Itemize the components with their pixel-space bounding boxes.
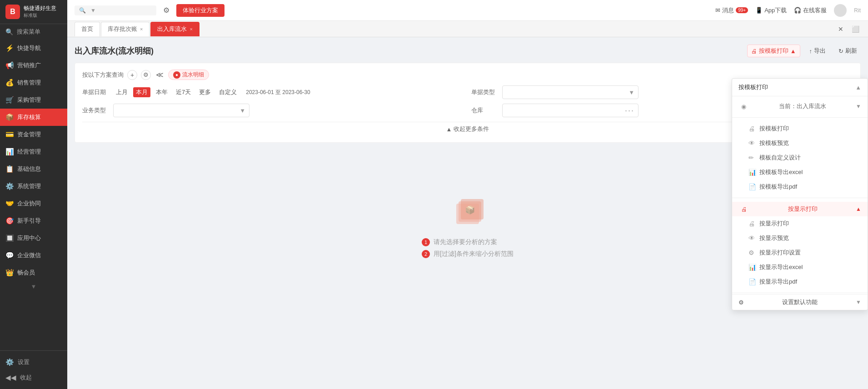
sidebar-collapse-btn[interactable]: ◀◀ 收起 xyxy=(0,370,67,385)
step1-icon: 1 xyxy=(422,238,430,246)
page-title: 出入库流水(流水明细) xyxy=(75,45,154,56)
filter-business-select[interactable]: ▼ xyxy=(113,104,249,117)
dropdown-template-preview-label: 按模板预览 xyxy=(759,139,789,147)
dropdown-display-export-excel-label: 按显示导出excel xyxy=(759,263,803,271)
sidebar-logo: B 畅捷通好生意 标准版 xyxy=(0,0,67,24)
app-download-label: App下载 xyxy=(764,6,787,15)
date-shortcut-7days[interactable]: 近7天 xyxy=(173,87,194,97)
enterprise-icon: 🤝 xyxy=(5,199,14,208)
sidebar-item-system[interactable]: ⚙️ 系统管理 xyxy=(0,178,67,195)
dropdown-template-print-btn[interactable]: 🖨 按模板打印 xyxy=(732,121,868,136)
date-shortcut-custom[interactable]: 自定义 xyxy=(216,87,239,97)
dropdown-template-custom-label: 模板自定义设计 xyxy=(759,154,801,162)
system-icon: ⚙️ xyxy=(5,182,14,190)
sidebar-item-search[interactable]: 🔍 搜索菜单 xyxy=(0,24,67,40)
print-btn[interactable]: 🖨 按模板打印 ▲ xyxy=(747,45,800,57)
settings-icon: ⚙️ xyxy=(5,358,14,366)
filter-warehouse-select[interactable]: ··· xyxy=(502,104,639,117)
win-maximize-btn[interactable]: ⬜ xyxy=(850,24,861,35)
sidebar-settings-btn[interactable]: ⚙️ 设置 xyxy=(0,354,67,370)
customer-service-btn[interactable]: 🎧 在线客服 xyxy=(794,6,827,15)
sidebar-item-operations[interactable]: 📊 经营管理 xyxy=(0,143,67,160)
tab-inventory-batch-close[interactable]: × xyxy=(140,26,143,32)
operations-icon: 📊 xyxy=(5,148,14,156)
date-shortcut-this-month[interactable]: 本月 xyxy=(133,87,150,97)
sidebar-search-label: 搜索菜单 xyxy=(17,28,40,36)
sidebar-item-marketing[interactable]: 📢 营销推广 xyxy=(0,57,67,74)
dropdown-display-export-excel-btn[interactable]: 📊 按显示导出excel xyxy=(732,260,868,274)
dropdown-display-arrow: ▲ xyxy=(856,206,861,212)
app-download-btn[interactable]: 📱 App下载 xyxy=(755,6,787,15)
top-header: 🔍 ▼ ⚙ 体验行业方案 ✉ 消息 99+ 📱 App下载 🎧 在线客服 Rit xyxy=(67,0,868,21)
filter-business-field: 业务类型 ▼ xyxy=(82,104,464,117)
dropdown-footer-arrow: ▼ xyxy=(856,299,861,305)
sidebar-item-quick-nav[interactable]: ⚡ 快捷导航 xyxy=(0,40,67,57)
date-shortcut-this-year[interactable]: 本年 xyxy=(153,87,170,97)
tab-inventory-batch[interactable]: 库存批次账 × xyxy=(101,22,150,36)
sidebar-item-guide[interactable]: 🎯 新手引导 xyxy=(0,212,67,229)
dropdown-template-preview-btn[interactable]: 👁 按模板预览 xyxy=(732,136,868,150)
user-name: Rit xyxy=(854,7,861,14)
filter-doc-type-select[interactable]: ▼ xyxy=(502,85,639,99)
dropdown-template-custom-btn[interactable]: ✏ 模板自定义设计 xyxy=(732,150,868,165)
filter-add-btn[interactable]: + xyxy=(127,70,137,80)
tab-inventory-flow-close[interactable]: × xyxy=(190,26,192,32)
sidebar-item-basic[interactable]: 📋 基础信息 xyxy=(0,160,67,178)
sidebar-item-label: 新手引导 xyxy=(17,217,41,225)
export-btn[interactable]: ↑ 导出 xyxy=(806,45,830,57)
dropdown-divider-3 xyxy=(732,293,868,293)
dropdown-display-section-header[interactable]: 🖨 按显示打印 ▲ xyxy=(732,202,868,216)
filter-tag-icon: ● xyxy=(173,71,180,79)
user-avatar[interactable] xyxy=(834,4,847,17)
dropdown-template-export-excel-btn[interactable]: 📊 按模板导出excel xyxy=(732,165,868,180)
tab-home[interactable]: 首页 xyxy=(75,22,100,36)
header-search-box[interactable]: 🔍 ▼ xyxy=(75,5,156,15)
header-search-arrow: ▼ xyxy=(90,7,96,14)
dropdown-display-preview-btn[interactable]: 👁 按显示预览 xyxy=(732,231,868,245)
dropdown-display-section-label: 按显示打印 xyxy=(788,205,818,213)
sidebar-item-label: 系统管理 xyxy=(17,182,41,190)
trial-btn[interactable]: 体验行业方案 xyxy=(176,4,224,17)
marketing-icon: 📢 xyxy=(5,61,14,70)
dropdown-display-print-btn[interactable]: 🖨 按显示打印 xyxy=(732,216,868,231)
date-shortcuts: 上月 本月 本年 近7天 更多 自定义 2023-06-01 至 2023-06… xyxy=(113,87,310,97)
sidebar-item-membership[interactable]: 👑 畅会员 xyxy=(0,264,67,281)
dropdown-display-print-settings-btn[interactable]: ⚙ 按显示打印设置 xyxy=(732,245,868,260)
dropdown-display-export-pdf-btn[interactable]: 📄 按显示导出pdf xyxy=(732,274,868,289)
dropdown-current-item[interactable]: ◉ 当前：出入库流水 ▼ xyxy=(732,99,868,114)
filter-settings-btn[interactable]: ⚙ xyxy=(141,70,151,80)
sidebar-settings-label: 设置 xyxy=(18,358,30,366)
main-area: 🔍 ▼ ⚙ 体验行业方案 ✉ 消息 99+ 📱 App下载 🎧 在线客服 Rit xyxy=(67,0,868,389)
sidebar-item-purchase[interactable]: 🛒 采购管理 xyxy=(0,91,67,109)
dropdown-default-func-btn[interactable]: ⚙ 设置默认功能 ▼ xyxy=(732,294,868,310)
date-shortcut-last-month[interactable]: 上月 xyxy=(113,87,130,97)
sidebar-item-apps[interactable]: 🔲 应用中心 xyxy=(0,229,67,247)
sidebar-item-wechat[interactable]: 💬 企业微信 xyxy=(0,247,67,264)
sidebar-item-inventory[interactable]: 📦 库存核算 xyxy=(0,109,67,126)
sidebar-item-label: 快捷导航 xyxy=(17,44,41,52)
sidebar-item-enterprise[interactable]: 🤝 企业协同 xyxy=(0,195,67,212)
tab-inventory-flow[interactable]: 出入库流水 × xyxy=(150,22,199,36)
filter-collapse-btn[interactable]: ≪ xyxy=(155,70,165,80)
filter-tag[interactable]: ● 流水明细 xyxy=(168,70,209,80)
date-shortcut-more[interactable]: 更多 xyxy=(196,87,214,97)
sidebar-scroll-down[interactable]: ▼ xyxy=(0,281,67,292)
default-func-icon: ⚙ xyxy=(738,299,744,306)
finance-icon: 💳 xyxy=(5,130,14,139)
dropdown-panel: 按模板打印 ▲ ◉ 当前：出入库流水 ▼ 🖨 按模板打印 👁 按模板预览 xyxy=(732,78,868,310)
win-close-btn[interactable]: ✕ xyxy=(835,24,846,35)
print-label: 按模板打印 xyxy=(759,47,788,55)
export-label: 导出 xyxy=(814,47,826,55)
message-badge: 99+ xyxy=(736,7,748,13)
filter-warehouse-more[interactable]: ··· xyxy=(625,106,634,115)
sidebar-item-finance[interactable]: 💳 资金管理 xyxy=(0,126,67,143)
dropdown-display-print-settings-label: 按显示打印设置 xyxy=(759,249,801,257)
message-btn[interactable]: ✉ 消息 99+ xyxy=(715,6,748,15)
refresh-btn[interactable]: ↻ 刷新 xyxy=(835,45,861,57)
header-gear-btn[interactable]: ⚙ xyxy=(160,4,173,17)
logo-sub: 标准版 xyxy=(24,12,56,19)
sidebar-item-sales[interactable]: 💰 销售管理 xyxy=(0,74,67,91)
filter-date-label: 单据日期 xyxy=(82,88,110,96)
dropdown-template-export-pdf-btn[interactable]: 📄 按模板导出pdf xyxy=(732,180,868,194)
guide-icon: 🎯 xyxy=(5,217,14,225)
